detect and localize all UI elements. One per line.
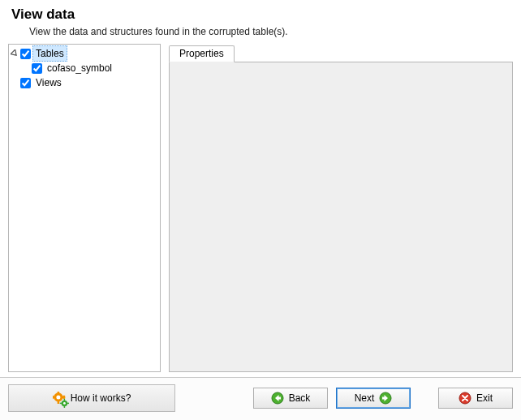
exit-button[interactable]: Exit <box>438 388 513 409</box>
checkbox-views[interactable] <box>20 78 31 88</box>
page-subtitle: View the data and structures found in th… <box>29 26 510 37</box>
how-it-works-button[interactable]: How it works? <box>8 384 175 412</box>
tree-label-tables[interactable]: Tables <box>32 45 67 62</box>
checkbox-tables[interactable] <box>20 49 31 59</box>
tab-properties[interactable]: Properties <box>169 45 235 62</box>
expander-icon[interactable] <box>9 49 20 58</box>
next-label: Next <box>355 392 375 404</box>
back-button[interactable]: Back <box>253 388 328 409</box>
tree-node-views[interactable]: Views <box>9 75 160 90</box>
tree-panel[interactable]: Tables cofaso_symbol Views <box>8 44 161 372</box>
svg-rect-11 <box>63 399 65 401</box>
how-it-works-label: How it works? <box>71 392 131 404</box>
svg-point-15 <box>63 402 66 405</box>
arrow-left-icon <box>271 392 284 405</box>
arrow-right-icon <box>379 392 392 405</box>
back-label: Back <box>289 392 311 404</box>
checkbox-table-item[interactable] <box>32 63 42 74</box>
gear-icon <box>53 392 66 405</box>
exit-label: Exit <box>476 392 493 404</box>
svg-rect-1 <box>57 392 59 393</box>
svg-rect-13 <box>59 403 62 405</box>
tree-node-tables[interactable]: Tables <box>9 46 160 61</box>
svg-rect-12 <box>63 406 65 409</box>
svg-rect-14 <box>67 403 69 405</box>
tree-label-views[interactable]: Views <box>32 75 65 90</box>
tree-label-table-item[interactable]: cofaso_symbol <box>44 61 115 75</box>
tree-node-table-item[interactable]: cofaso_symbol <box>9 61 160 75</box>
svg-rect-2 <box>57 401 59 404</box>
next-button[interactable]: Next <box>336 388 411 409</box>
svg-point-9 <box>56 395 60 399</box>
properties-pane <box>169 62 513 372</box>
footer: How it works? Back Next <box>0 377 521 420</box>
page-title: View data <box>11 6 510 23</box>
close-icon <box>459 392 471 405</box>
